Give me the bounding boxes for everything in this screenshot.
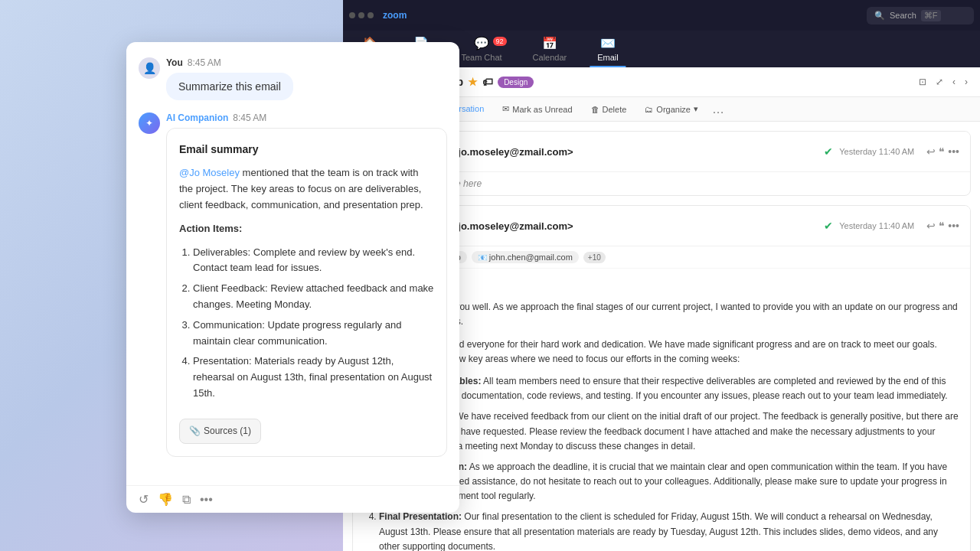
star-icon[interactable]: ★ [468,76,478,88]
sources-icon: 📎 [189,424,201,439]
timestamp-1: Yesterday 11:40 AM [839,147,914,156]
more-icon-2[interactable]: ••• [948,220,959,232]
copy-button[interactable]: ⧉ [182,493,191,507]
verified-icon-2: ✔ [824,220,833,232]
refresh-button[interactable]: ↺ [139,492,149,507]
sender-info-2: Jo Moseley <jo.moseley@zmail.com> [396,220,824,232]
more-actions-button[interactable]: … [712,103,724,116]
verified-icon-1: ✔ [824,145,833,158]
dot-green [368,12,374,18]
recipient-name-2: john.chen@gmail.com [489,253,573,262]
window-controls [349,12,374,18]
ai-avatar-icon: ✦ [145,118,153,129]
top-bar-left: zoom [349,10,407,21]
tag-icon: 🏷 [482,76,493,88]
mark-unread-icon: ✉ [502,104,509,114]
dislike-button[interactable]: 👎 [158,492,173,507]
search-bar[interactable]: 🔍 Search ⌘F [867,7,974,24]
organize-button[interactable]: 🗂 Organize ▾ [640,102,703,116]
top-bar: zoom 🔍 Search ⌘F [343,0,980,31]
design-tag[interactable]: Design [498,77,534,88]
ai-summary-text: @Jo Moseley mentioned that the team is o… [179,165,434,213]
chat-messages: 👤 You 8:45 AM Summarize this email ✦ AI … [126,42,459,485]
nav-next-icon[interactable]: › [962,73,971,90]
email-actions-1: ↩ ❝ ••• [926,145,959,158]
ai-avatar: ✦ [139,112,160,134]
action-item-4: Presentation: Materials ready by August … [193,354,434,401]
user-name: You [166,57,183,68]
email-item-1: Finalizing Deliverables: All team member… [379,374,959,403]
chat-panel: 👤 You 8:45 AM Summarize this email ✦ AI … [126,42,459,513]
ai-info: AI Companion 8:45 AM Email summary @Jo M… [166,112,447,457]
toolbar-actions: ⊡ ⤢ ‹ › [916,73,971,90]
organize-icon: 🗂 [645,105,653,114]
quote-icon-2[interactable]: ❝ [939,220,945,232]
team-chat-badge: 92 [493,37,507,46]
email-actions-2: ↩ ❝ ••• [926,220,959,232]
quote-icon-1[interactable]: ❝ [939,145,945,158]
search-shortcut: ⌘F [921,10,941,21]
sender-info-1: Jo Moseley <jo.moseley@zmail.com> [396,146,824,158]
nav-prev-icon[interactable]: ‹ [949,73,959,90]
recipient-icon-2: 📧 [478,253,487,262]
sources-label: Sources (1) [204,424,251,439]
recipient-chip-2: 📧 john.chen@gmail.com [472,251,579,263]
action-items-heading: Action Items: [179,223,242,234]
action-item-3: Communication: Update progress regularly… [193,318,434,350]
nav-label-team-chat: Team Chat [461,53,501,62]
resize-icon[interactable]: ⊡ [916,73,929,90]
email-item-2: Client Feedback: We have received feedba… [379,409,959,454]
team-chat-icon: 💬 [474,36,489,51]
mention: @Jo Moseley [179,167,240,178]
sources-button[interactable]: 📎 Sources (1) [179,419,261,444]
user-message-row: 👤 You 8:45 AM Summarize this email [139,57,447,100]
ai-message-row: ✦ AI Companion 8:45 AM Email summary @Jo… [139,112,447,457]
more-options-button[interactable]: ••• [200,493,213,507]
ai-name-time: AI Companion 8:45 AM [166,112,447,123]
user-bubble: Summarize this email [166,73,293,100]
nav-label-calendar: Calendar [533,53,567,62]
organize-chevron: ▾ [694,104,698,114]
sender-name-1: Jo Moseley <jo.moseley@zmail.com> [396,146,824,158]
action-items-label: Action Items: [179,221,434,237]
action-item-1: Deliverables: Complete and review by wee… [193,245,434,277]
user-avatar-icon: 👤 [143,62,156,74]
email-summary-heading: Email summary [179,141,434,158]
user-info: You 8:45 AM Summarize this email [166,57,293,100]
email-icon: ✉️ [600,36,616,51]
dot-red [349,12,355,18]
expand-icon[interactable]: ⤢ [933,73,946,90]
ai-name: AI Companion [166,112,228,123]
dot-yellow [358,12,364,18]
ai-action-items: Deliverables: Complete and review by wee… [179,245,434,402]
calendar-icon: 📅 [542,36,557,51]
ai-message-time: 8:45 AM [233,112,266,123]
email-meta-1: ✔ Yesterday 11:40 AM ↩ ❝ ••• [824,145,959,158]
email-meta-2: ✔ Yesterday 11:40 AM ↩ ❝ ••• [824,220,959,232]
user-avatar: 👤 [139,57,160,79]
nav-label-email: Email [597,53,619,62]
reply-icon-1[interactable]: ↩ [926,145,936,158]
search-icon: 🔍 [874,11,885,21]
nav-item-calendar[interactable]: 📅 Calendar [518,31,583,67]
search-label: Search [890,11,916,20]
delete-label: Delete [603,105,627,114]
reply-icon-2[interactable]: ↩ [926,220,936,232]
email-item-3: Team Collaboration: As we approach the d… [379,460,959,504]
delete-button[interactable]: 🗑 Delete [586,103,632,116]
more-icon-1[interactable]: ••• [948,145,959,158]
ai-bubble: Email summary @Jo Moseley mentioned that… [166,128,447,457]
mark-unread-label: Mark as Unread [512,105,572,114]
action-item-2: Client Feedback: Review attached feedbac… [193,281,434,313]
nav-item-email[interactable]: ✉️ Email [582,31,634,67]
timestamp-2: Yesterday 11:40 AM [839,221,914,230]
user-name-time: You 8:45 AM [166,57,293,68]
user-message-time: 8:45 AM [188,57,221,68]
zoom-logo: zoom [383,10,407,21]
more-recipients[interactable]: +10 [583,252,606,263]
chat-actions-bar: ↺ 👎 ⧉ ••• [126,485,459,513]
email-item-4: Final Presentation: Our final presentati… [379,510,959,551]
delete-icon: 🗑 [591,105,599,114]
sender-name-2: Jo Moseley <jo.moseley@zmail.com> [396,220,824,232]
mark-unread-button[interactable]: ✉ Mark as Unread [498,102,577,116]
